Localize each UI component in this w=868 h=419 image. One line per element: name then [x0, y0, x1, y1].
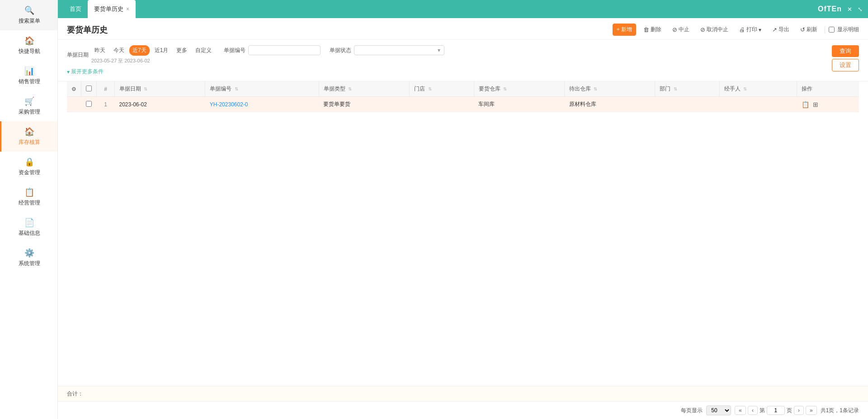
cancel-stop-button-label: 取消中止: [707, 26, 728, 33]
last-page-btn[interactable]: »: [806, 406, 817, 415]
sidebar-item-operations-mgmt[interactable]: 📋 经营管理: [0, 182, 57, 212]
sidebar-item-label: 销售管理: [19, 78, 40, 86]
expand-chevron-icon: ▾: [67, 69, 70, 75]
action-icons: 📋 ⊞: [802, 101, 854, 108]
display-detail-label: 显示明细: [837, 26, 859, 33]
sidebar-item-label: 库存核算: [19, 138, 40, 146]
doc-no-link[interactable]: YH-20230602-0: [210, 101, 248, 108]
sidebar-item-basic-info[interactable]: 📄 基础信息: [0, 212, 57, 243]
table-row[interactable]: 1 2023-06-02 YH-20230602-0 要货单要货 车间库 原材料…: [67, 97, 859, 112]
delete-action-icon[interactable]: ⊞: [813, 101, 818, 108]
th-settings[interactable]: ⚙: [67, 81, 81, 97]
pagination-nav: « ‹ 第 页 › »: [735, 406, 816, 415]
sidebar-item-label: 快捷导航: [19, 48, 40, 55]
display-detail-button[interactable]: 显示明细: [829, 26, 859, 33]
topbar-resize-icon[interactable]: ⤡: [858, 6, 863, 13]
delete-button[interactable]: 🗑 删除: [640, 24, 665, 35]
new-button-label: + 新增: [617, 26, 632, 33]
pagination-bar: 每页显示 50 100 200 « ‹ 第 页 › » 共1页，1条记录: [58, 401, 868, 419]
sidebar-item-purchase-mgmt[interactable]: 🛒 采购管理: [0, 91, 57, 121]
th-handler-label: 经手人: [724, 86, 741, 92]
td-checkbox: [81, 97, 97, 112]
doc-no-input[interactable]: [248, 45, 321, 55]
sidebar-item-system-mgmt[interactable]: ⚙️ 系统管理: [0, 243, 57, 273]
tab-requisition-history-label: 要货单历史: [94, 5, 123, 13]
table-footer: 合计：: [58, 386, 868, 401]
date-btn-today[interactable]: 今天: [110, 45, 127, 56]
filter-main: 单据日期 昨天 今天 近7天 近1月 更多 自定义 2: [67, 45, 832, 76]
th-doc-type[interactable]: 单据类型 ⇅: [319, 81, 409, 97]
th-checkbox: [81, 81, 97, 97]
settings-button[interactable]: 设置: [832, 59, 859, 71]
stop-button[interactable]: ⊘ 中止: [669, 24, 693, 35]
tab-requisition-history[interactable]: 要货单历史 ×: [88, 0, 136, 18]
sidebar-item-sales-mgmt[interactable]: 📊 销售管理: [0, 61, 57, 91]
first-page-btn[interactable]: «: [735, 406, 746, 415]
sidebar-item-label: 经营管理: [19, 199, 40, 207]
stop-button-label: 中止: [679, 26, 689, 33]
th-action: 操作: [797, 81, 859, 97]
next-page-btn[interactable]: ›: [794, 406, 804, 415]
date-btn-1month[interactable]: 近1月: [151, 45, 172, 56]
sidebar-item-search-menu[interactable]: 🔍 搜索菜单: [0, 0, 57, 30]
doc-no-filter-label: 单据编号: [224, 47, 245, 54]
th-store-label: 门店: [414, 86, 425, 92]
cancel-stop-button[interactable]: ⊘ 取消中止: [697, 24, 732, 35]
doc-status-filter-item: 单据状态 ▾: [330, 45, 444, 55]
page-input[interactable]: [767, 406, 785, 415]
operations-mgmt-icon: 📋: [24, 187, 34, 197]
date-filter-item: 单据日期 昨天 今天 近7天 近1月 更多 自定义 2: [67, 45, 215, 64]
sales-mgmt-icon: 📊: [24, 66, 34, 76]
finance-mgmt-icon: 🔒: [24, 157, 34, 167]
new-button[interactable]: + 新增: [613, 24, 636, 36]
data-table: ⚙ # 单据日期 ⇅ 单据编号 ⇅: [67, 81, 859, 112]
td-action: 📋 ⊞: [797, 97, 859, 112]
sidebar-item-quick-nav[interactable]: 🏠 快捷导航: [0, 30, 57, 61]
sidebar-item-finance-mgmt[interactable]: 🔒 资金管理: [0, 152, 57, 182]
th-req-warehouse-label: 要货仓库: [479, 86, 500, 92]
print-button[interactable]: 🖨 打印 ▾: [736, 24, 765, 35]
per-page-select[interactable]: 50 100 200: [706, 405, 731, 415]
export-button[interactable]: ↗ 导出: [769, 24, 793, 35]
sort-icon-doc-type: ⇅: [348, 86, 352, 91]
page-suffix-label: 页: [787, 407, 792, 414]
select-all-checkbox[interactable]: [86, 86, 92, 91]
doc-status-select[interactable]: ▾: [354, 45, 444, 55]
delete-icon: 🗑: [643, 26, 649, 33]
th-department-label: 部门: [660, 86, 670, 92]
date-range-btns: 昨天 今天 近7天 近1月 更多 自定义: [91, 45, 215, 56]
sort-icon-handler: ⇅: [743, 86, 747, 91]
topbar-close-icon[interactable]: ✕: [847, 6, 852, 13]
th-req-warehouse[interactable]: 要货仓库 ⇅: [474, 81, 564, 97]
display-detail-checkbox[interactable]: [829, 27, 835, 33]
sidebar-item-inventory[interactable]: 🏠 库存核算: [0, 121, 57, 152]
toolbar: + 新增 🗑 删除 ⊘ 中止 ⊘ 取消中止 🖨 打印 ▾: [613, 24, 859, 36]
expand-conditions-button[interactable]: ▾ 展开更多条件: [67, 68, 832, 76]
sidebar-item-label: 搜索菜单: [19, 17, 40, 25]
th-doc-no-label: 单据编号: [210, 86, 231, 92]
th-num: #: [97, 81, 115, 97]
th-doc-no[interactable]: 单据编号 ⇅: [205, 81, 319, 97]
refresh-button[interactable]: ↺ 刷新: [797, 24, 821, 35]
th-handler[interactable]: 经手人 ⇅: [720, 81, 797, 97]
th-store[interactable]: 门店 ⇅: [410, 81, 474, 97]
th-department[interactable]: 部门 ⇅: [655, 81, 720, 97]
date-btn-more[interactable]: 更多: [173, 45, 190, 56]
page-prefix-label: 第: [760, 407, 765, 414]
edit-action-icon[interactable]: 📋: [802, 101, 809, 108]
tab-close-icon[interactable]: ×: [126, 6, 129, 12]
query-button[interactable]: 查询: [832, 45, 859, 57]
td-department: [655, 97, 720, 112]
prev-page-btn[interactable]: ‹: [748, 406, 758, 415]
date-btn-7days[interactable]: 近7天: [129, 45, 150, 56]
summary-label: 合计：: [67, 390, 83, 397]
filter-area: 单据日期 昨天 今天 近7天 近1月 更多 自定义 2: [58, 40, 868, 81]
date-btn-yesterday[interactable]: 昨天: [91, 45, 108, 56]
tab-home[interactable]: 首页: [63, 0, 88, 18]
th-doc-date[interactable]: 单据日期 ⇅: [115, 81, 205, 97]
system-mgmt-icon: ⚙️: [24, 248, 34, 258]
date-btn-custom[interactable]: 自定义: [192, 45, 215, 56]
row-checkbox[interactable]: [86, 101, 92, 107]
th-pending-warehouse[interactable]: 待出仓库 ⇅: [565, 81, 655, 97]
cancel-stop-icon: ⊘: [700, 26, 705, 33]
